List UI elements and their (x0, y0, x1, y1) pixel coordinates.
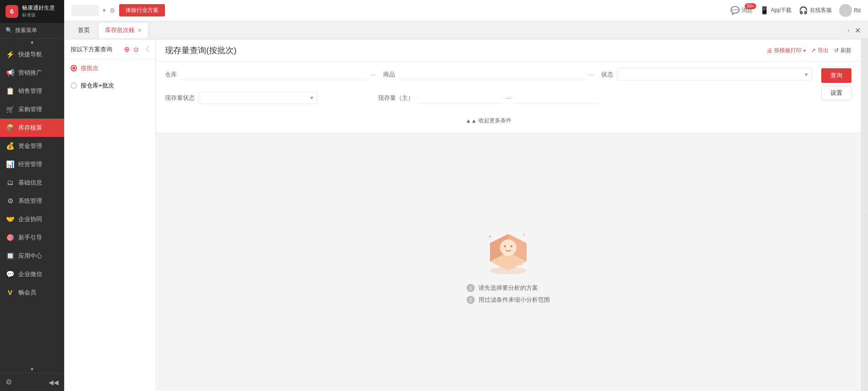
topbar-left: ▾ ⚙ 体验行业方案 (71, 4, 725, 16)
tab-inventory-batch[interactable]: 库存批次账 ✕ (98, 22, 148, 38)
collapse-label: 收起更多条件 (478, 117, 511, 125)
settings-scheme-icon[interactable]: ⊙ (133, 46, 139, 53)
sidebar: 6 畅康通好生意 标准版 🔍 搜索菜单 ▲ ⚡ 快捷导航 📢 营销推广 📋 销售… (0, 0, 64, 391)
sidebar-item-finance[interactable]: 💰 资金管理 (0, 137, 64, 155)
finance-icon: 💰 (5, 141, 15, 151)
collapse-up-icon: ▲▲ (466, 118, 477, 124)
enterprise-icon: 🤝 (5, 215, 15, 224)
action-buttons: 查询 设置 (821, 68, 852, 100)
right-edge-panel[interactable]: › (861, 39, 868, 391)
stock-qty-field: 现存量（主） — (378, 92, 599, 103)
hint-item-1: 1 请先选择要分析的方案 (467, 284, 550, 292)
sidebar-scroll-up[interactable]: ▲ (0, 38, 64, 45)
print-dropdown-icon[interactable]: ▾ (803, 48, 806, 53)
scheme-item-batch[interactable]: 按批次 (64, 60, 155, 77)
sidebar-item-operations[interactable]: 📊 经营管理 (0, 155, 64, 174)
collapse-filters-btn[interactable]: ▲▲ 收起更多条件 (165, 115, 812, 126)
empty-illustration: ✦ ✦ ✦ (481, 220, 536, 277)
topbar: ▾ ⚙ 体验行业方案 💬 消息 99+ 📱 App下载 🎧 在线客服 Rit (64, 0, 868, 21)
sidebar-item-purchase[interactable]: 🛒 采购管理 (0, 100, 64, 119)
sidebar-header: 6 畅康通好生意 标准版 (0, 0, 64, 23)
right-panel: 现存量查询(按批次) 🖨 按模板打印 ▾ ↗ 导出 ↺ 刷新 (156, 39, 861, 391)
online-service-btn[interactable]: 🎧 在线客服 (799, 6, 832, 15)
tab-home[interactable]: 首页 (71, 22, 96, 38)
sidebar-item-label: 企业微信 (18, 270, 42, 278)
left-panel-actions: ⊕ ⊙ 《 (124, 45, 149, 54)
hint-2-text: 用过滤条件来缩小分析范围 (478, 296, 550, 304)
svg-point-5 (500, 239, 516, 256)
sidebar-item-label: 畅会员 (18, 288, 36, 297)
tab-close-icon[interactable]: ✕ (137, 28, 142, 33)
sidebar-item-system[interactable]: ⚙ 系统管理 (0, 192, 64, 210)
svg-text:✦: ✦ (488, 234, 492, 240)
settings-icon[interactable]: ⚙ (110, 7, 115, 14)
member-icon: V (5, 288, 15, 297)
right-edge-icon: › (863, 213, 865, 218)
warehouse-dots[interactable]: ··· (370, 71, 376, 78)
sidebar-item-enterprise[interactable]: 🤝 企业协同 (0, 210, 64, 228)
refresh-btn[interactable]: ↺ 刷新 (834, 47, 852, 54)
refresh-label: 刷新 (841, 47, 852, 54)
sidebar-item-label: 采购管理 (18, 105, 42, 114)
stock-status-label: 现存量状态 (165, 94, 195, 102)
status-label: 状态 (601, 71, 613, 79)
left-panel-header: 按以下方案查询 ⊕ ⊙ 《 (64, 39, 155, 60)
marketing-icon: 📢 (5, 68, 15, 77)
quick-nav-icon: ⚡ (5, 50, 15, 59)
svg-text:✦: ✦ (522, 232, 526, 237)
sidebar-item-label: 系统管理 (18, 197, 42, 205)
status-select[interactable]: ▾ (617, 68, 812, 81)
hint-item-2: 2 用过滤条件来缩小分析范围 (467, 296, 550, 304)
app-download-label: App下载 (771, 6, 791, 14)
hint-1-text: 请先选择要分析的方案 (478, 284, 538, 292)
scheme-item-warehouse-batch[interactable]: 按仓库+批次 (64, 77, 155, 94)
sidebar-search[interactable]: 🔍 搜索菜单 (0, 23, 64, 38)
warehouse-input[interactable] (181, 69, 368, 80)
chevron-right-icon[interactable]: › (847, 27, 850, 34)
sidebar-item-basic[interactable]: 🗂 基础信息 (0, 174, 64, 192)
page-header: 现存量查询(按批次) 🖨 按模板打印 ▾ ↗ 导出 ↺ 刷新 (156, 39, 861, 62)
product-dots[interactable]: ··· (588, 71, 594, 78)
export-btn[interactable]: ↗ 导出 (811, 47, 829, 54)
collapse-panel-icon[interactable]: 《 (143, 45, 149, 54)
sidebar-item-wechat[interactable]: 💬 企业微信 (0, 265, 64, 283)
query-button[interactable]: 查询 (821, 68, 852, 83)
experience-btn[interactable]: 体验行业方案 (119, 4, 165, 16)
system-icon: ⚙ (5, 196, 15, 206)
stock-qty-max[interactable] (515, 92, 599, 103)
sales-icon: 📋 (5, 87, 15, 96)
tabbar-global-close[interactable]: ✕ (855, 26, 861, 34)
sidebar-item-newbie[interactable]: 🎯 新手引导 (0, 228, 64, 247)
sidebar-collapse-icon[interactable]: ◀◀ (49, 379, 59, 386)
product-input[interactable] (399, 69, 587, 80)
sidebar-settings-icon[interactable]: ⚙ (5, 378, 12, 386)
sidebar-item-quick-nav[interactable]: ⚡ 快捷导航 (0, 45, 64, 64)
app-download-btn[interactable]: 📱 App下载 (760, 6, 791, 15)
avatar-image (839, 4, 852, 17)
sidebar-item-member[interactable]: V 畅会员 (0, 283, 64, 302)
breadcrumb-input[interactable] (71, 5, 99, 16)
sidebar-scroll-down[interactable]: ▼ (0, 366, 64, 373)
empty-state: ✦ ✦ ✦ 1 请先选择要分析的方案 2 用过滤条件来缩小分析范围 (156, 133, 861, 391)
inventory-icon: 📦 (5, 123, 15, 132)
product-label: 商品 (383, 71, 395, 79)
chevron-down-icon[interactable]: ▾ (103, 7, 106, 14)
sidebar-item-sales[interactable]: 📋 销售管理 (0, 82, 64, 100)
print-btn[interactable]: 🖨 按模板打印 ▾ (767, 47, 806, 54)
message-icon: 💬 (731, 6, 740, 15)
filter-row-2: 现存量状态 ▾ 现存量（主） — (165, 92, 812, 104)
sidebar-item-label: 新手引导 (18, 234, 42, 242)
stock-status-select[interactable]: ▾ (198, 92, 318, 104)
add-scheme-icon[interactable]: ⊕ (124, 45, 130, 54)
sidebar-item-inventory[interactable]: 📦 库存核算 (0, 119, 64, 137)
sidebar-item-marketing[interactable]: 📢 营销推广 (0, 64, 64, 82)
message-btn[interactable]: 💬 消息 99+ (731, 6, 753, 15)
stock-qty-dash: — (505, 94, 511, 101)
settings-button[interactable]: 设置 (821, 86, 852, 100)
radio-batch (71, 65, 77, 71)
user-avatar[interactable]: Rit (839, 4, 861, 17)
sidebar-footer: ⚙ ◀◀ (0, 373, 64, 391)
sidebar-item-apps[interactable]: 🔲 应用中心 (0, 247, 64, 265)
stock-qty-min[interactable] (418, 92, 502, 103)
sidebar-item-label: 企业协同 (18, 215, 42, 223)
